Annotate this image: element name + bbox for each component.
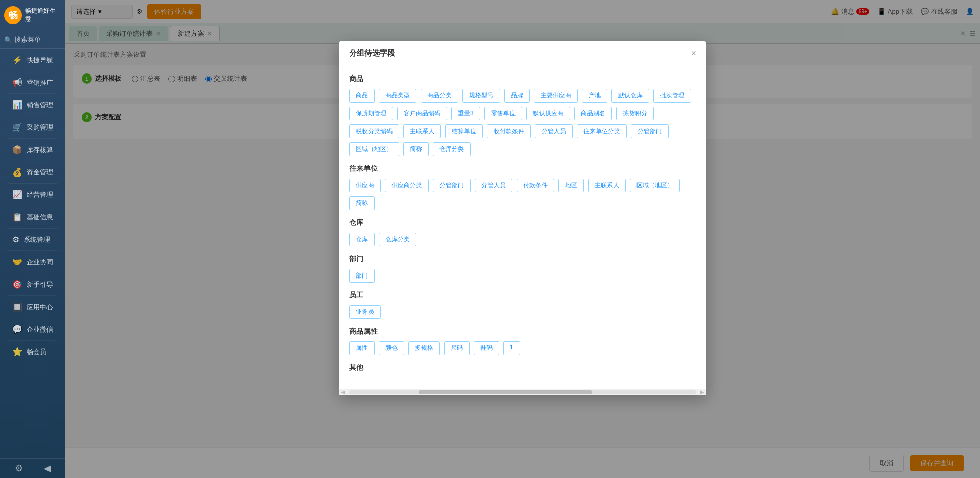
sidebar-icon-operations: 📈 — [12, 190, 22, 199]
field-tag[interactable]: 主联系人 — [403, 124, 441, 138]
field-tag[interactable]: 产地 — [582, 89, 607, 103]
sidebar-search[interactable]: 🔍 搜索菜单 — [0, 31, 65, 49]
field-grid-department: 部门 — [349, 269, 696, 283]
field-tag[interactable]: 主联系人 — [588, 179, 626, 192]
field-tag[interactable]: 保质期管理 — [349, 107, 393, 120]
sidebar-item-enterprise-wechat[interactable]: 💬企业微信 — [8, 318, 57, 341]
field-tag[interactable]: 批次管理 — [653, 89, 691, 103]
sidebar-icon-app-center: 🔲 — [12, 302, 22, 312]
field-tag[interactable]: 仓库 — [349, 233, 375, 246]
field-tag[interactable]: 收付款条件 — [487, 124, 531, 138]
sidebar-item-sales[interactable]: 📊销售管理 — [8, 94, 57, 116]
sidebar-item-system[interactable]: ⚙系统管理 — [8, 229, 57, 251]
sidebar-item-inventory[interactable]: 📦库存核算 — [8, 139, 57, 161]
field-tag[interactable]: 拣货积分 — [616, 107, 654, 120]
sidebar-item-member[interactable]: ⭐畅会员 — [8, 341, 57, 363]
sidebar-item-operations[interactable]: 📈经营管理 — [8, 184, 57, 206]
sidebar-item-quick-nav[interactable]: ⚡快捷导航 — [8, 49, 57, 71]
field-tag[interactable]: 品牌 — [504, 89, 530, 103]
sidebar-label-system: 系统管理 — [23, 235, 50, 244]
settings-bottom-icon[interactable]: ⚙ — [15, 463, 23, 474]
modal-horizontal-scrollbar[interactable]: ◀ ▶ — [339, 389, 706, 395]
field-tag[interactable]: 商品分类 — [421, 89, 458, 103]
field-tag[interactable]: 地区 — [558, 179, 584, 192]
field-selection-modal: 分组待选字段 × 商品商品商品类型商品分类规格型号品牌主要供应商产地默认仓库批次… — [339, 41, 706, 395]
sidebar-icon-inventory: 📦 — [12, 145, 22, 155]
sidebar-logo: 畅 畅捷通好生意 — [0, 0, 65, 31]
field-tag[interactable]: 商品 — [349, 89, 375, 103]
section-product-attr: 商品属性属性颜色多规格尺码鞋码1 — [349, 327, 696, 355]
field-tag[interactable]: 客户商品编码 — [397, 107, 447, 120]
section-department: 部门部门 — [349, 255, 696, 283]
field-tag[interactable]: 重量3 — [451, 107, 480, 120]
section-title-partner: 往来单位 — [349, 164, 696, 173]
field-tag[interactable]: 颜色 — [379, 341, 404, 355]
sidebar-icon-quick-nav: ⚡ — [12, 55, 22, 65]
sidebar-bottom: ⚙ ◀ — [0, 458, 65, 478]
section-title-goods: 商品 — [349, 74, 696, 84]
field-tag[interactable]: 仓库分类 — [379, 233, 416, 246]
sidebar-icon-member: ⭐ — [12, 347, 22, 357]
sidebar-item-new-guide[interactable]: 🎯新手引导 — [8, 273, 57, 296]
field-tag[interactable]: 零售单位 — [484, 107, 522, 120]
sidebar-label-app-center: 应用中心 — [27, 303, 53, 312]
sidebar-item-purchase[interactable]: 🛒采购管理 — [8, 116, 57, 139]
scrollbar-track[interactable] — [349, 390, 696, 394]
field-tag[interactable]: 往来单位分类 — [577, 124, 627, 138]
audio-bottom-icon[interactable]: ◀ — [44, 463, 51, 474]
sidebar-icon-sales: 📊 — [12, 100, 22, 110]
close-icon[interactable]: × — [691, 48, 696, 59]
field-tag[interactable]: 分管人员 — [475, 179, 512, 192]
sidebar-label-base-info: 基础信息 — [27, 213, 53, 222]
field-tag[interactable]: 多规格 — [408, 341, 440, 355]
field-tag[interactable]: 默认供应商 — [526, 107, 570, 120]
field-tag[interactable]: 供应商 — [349, 179, 381, 192]
field-tag[interactable]: 简称 — [349, 196, 375, 210]
field-tag[interactable]: 默认仓库 — [611, 89, 649, 103]
field-tag[interactable]: 属性 — [349, 341, 375, 355]
field-tag[interactable]: 尺码 — [444, 341, 470, 355]
sidebar-item-base-info[interactable]: 📋基础信息 — [8, 206, 57, 229]
logo-text: 畅捷通好生意 — [25, 7, 61, 23]
modal-header: 分组待选字段 × — [339, 41, 706, 66]
field-tag[interactable]: 规格型号 — [462, 89, 500, 103]
field-tag[interactable]: 分管人员 — [535, 124, 573, 138]
field-tag[interactable]: 仓库分类 — [433, 142, 471, 156]
field-tag[interactable]: 部门 — [349, 269, 375, 283]
sidebar-item-enterprise[interactable]: 🤝企业协同 — [8, 251, 57, 273]
modal-title: 分组待选字段 — [349, 48, 395, 58]
field-grid-partner: 供应商供应商分类分管部门分管人员付款条件地区主联系人区域（地区）简称 — [349, 179, 696, 210]
sidebar-item-finance[interactable]: 💰资金管理 — [8, 161, 57, 184]
section-warehouse: 仓库仓库仓库分类 — [349, 218, 696, 246]
sidebar-icon-new-guide: 🎯 — [12, 280, 22, 289]
section-partner: 往来单位供应商供应商分类分管部门分管人员付款条件地区主联系人区域（地区）简称 — [349, 164, 696, 210]
section-title-warehouse: 仓库 — [349, 218, 696, 228]
field-tag[interactable]: 区域（地区） — [630, 179, 680, 192]
field-tag[interactable]: 鞋码 — [474, 341, 499, 355]
field-tag[interactable]: 税收分类编码 — [349, 124, 399, 138]
field-tag[interactable]: 结算单位 — [445, 124, 483, 138]
scrollbar-thumb[interactable] — [419, 390, 592, 394]
field-tag[interactable]: 主要供应商 — [534, 89, 578, 103]
modal-body[interactable]: 商品商品商品类型商品分类规格型号品牌主要供应商产地默认仓库批次管理保质期管理客户… — [339, 66, 706, 389]
sidebar-label-sales: 销售管理 — [27, 100, 53, 110]
sidebar-icon-base-info: 📋 — [12, 212, 22, 222]
field-tag[interactable]: 分管部门 — [433, 179, 471, 192]
field-tag[interactable]: 付款条件 — [517, 179, 554, 192]
field-tag[interactable]: 分管部门 — [631, 124, 669, 138]
field-grid-goods: 商品商品类型商品分类规格型号品牌主要供应商产地默认仓库批次管理保质期管理客户商品… — [349, 89, 696, 156]
sidebar-label-marketing: 营销推广 — [27, 78, 53, 87]
sidebar-item-app-center[interactable]: 🔲应用中心 — [8, 296, 57, 318]
field-tag[interactable]: 业务员 — [349, 305, 381, 319]
field-tag[interactable]: 1 — [503, 341, 520, 355]
sidebar-label-purchase: 采购管理 — [27, 123, 53, 132]
sidebar-label-operations: 经营管理 — [27, 190, 53, 199]
sidebar-icon-purchase: 🛒 — [12, 122, 22, 132]
field-tag[interactable]: 商品别名 — [574, 107, 612, 120]
field-tag[interactable]: 简称 — [403, 142, 429, 156]
sidebar-item-marketing[interactable]: 📢营销推广 — [8, 71, 57, 94]
field-tag[interactable]: 供应商分类 — [385, 179, 429, 192]
field-tag[interactable]: 区域（地区） — [349, 142, 399, 156]
field-tag[interactable]: 商品类型 — [379, 89, 416, 103]
section-title-department: 部门 — [349, 255, 696, 264]
